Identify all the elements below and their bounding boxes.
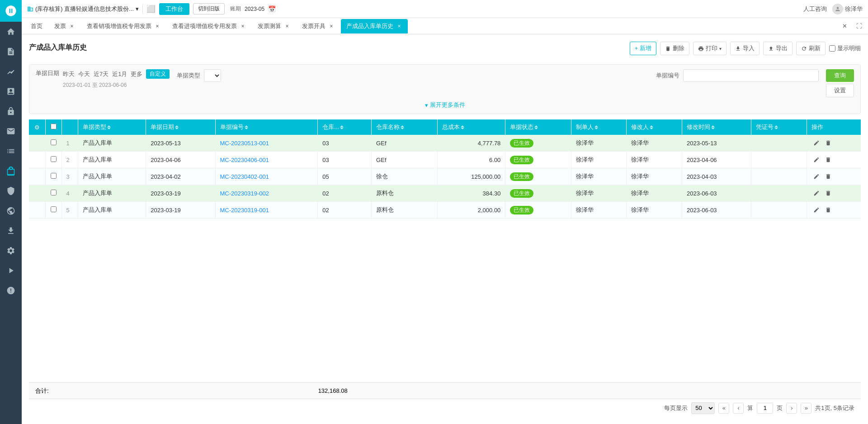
tab-invoice-calc-close[interactable]: × — [284, 23, 290, 29]
sort-docdate-icon[interactable] — [175, 125, 179, 129]
sidebar-item-stamp[interactable] — [0, 181, 22, 201]
td-whname-0: GEf — [372, 135, 437, 152]
sort-modtime-icon[interactable] — [711, 125, 715, 129]
sort-status-icon[interactable] — [534, 125, 538, 129]
filter-doctype-select[interactable] — [204, 69, 221, 82]
set-button[interactable]: 设置 — [826, 84, 854, 97]
switch-version-button[interactable]: 切到旧版 — [193, 3, 225, 14]
sort-whname-icon[interactable] — [401, 125, 404, 129]
last-page-btn[interactable]: » — [801, 403, 811, 414]
sort-doctype-icon[interactable] — [107, 125, 111, 129]
sort-docnum-icon[interactable] — [245, 125, 248, 129]
sort-cost-icon[interactable] — [461, 125, 464, 129]
sidebar-item-chart[interactable] — [0, 62, 22, 81]
doc-num-link-2[interactable]: MC-20230402-001 — [220, 173, 269, 180]
tab-invoice-calc[interactable]: 发票测算 × — [252, 19, 296, 33]
sidebar-item-play[interactable] — [0, 261, 22, 281]
first-page-btn[interactable]: « — [718, 403, 729, 414]
support-label[interactable]: 人工咨询 — [803, 5, 827, 13]
calendar-icon[interactable]: 📅 — [268, 5, 276, 13]
doc-num-link-1[interactable]: MC-20230406-001 — [220, 157, 269, 163]
maximize-tab-button[interactable]: ⛶ — [854, 21, 864, 32]
doc-num-link-3[interactable]: MC-20230319-002 — [220, 190, 269, 197]
td-modtime-2: 2023-04-03 — [682, 168, 751, 185]
new-button[interactable]: + 新增 — [630, 42, 656, 55]
filter-date-7days[interactable]: 近7天 — [94, 70, 108, 78]
filter-date-more[interactable]: 更多 — [131, 70, 142, 78]
edit-btn-2[interactable] — [811, 172, 821, 181]
sort-whcode-icon[interactable] — [340, 125, 344, 129]
tab-invoice-close[interactable]: × — [69, 23, 75, 29]
sidebar-item-download[interactable] — [0, 221, 22, 241]
doc-num-link-0[interactable]: MC-20230513-001 — [220, 140, 269, 147]
refresh-button[interactable]: 刷新 — [796, 42, 826, 55]
row-checkbox-4[interactable] — [51, 206, 57, 212]
tab-check-sales-vat[interactable]: 查看销项增值税专用发票 × — [81, 19, 166, 33]
sort-creator-icon[interactable] — [594, 125, 598, 129]
filter-date-yesterday[interactable]: 昨天 — [63, 70, 75, 78]
sidebar-item-list[interactable] — [0, 141, 22, 161]
current-page-input[interactable]: 1 — [757, 403, 773, 414]
sidebar-item-mail[interactable] — [0, 121, 22, 141]
show-detail-checkbox[interactable] — [829, 45, 835, 52]
row-checkbox-2[interactable] — [51, 173, 57, 179]
select-all-checkbox[interactable] — [51, 124, 57, 129]
filter-date-1month[interactable]: 近1月 — [112, 70, 127, 78]
document-copy-icon[interactable]: ⬜ — [146, 5, 156, 13]
tab-product-inbound[interactable]: 产成品入库单历史 × — [341, 19, 408, 33]
th-creator: 制单人 — [571, 119, 627, 135]
filter-docnum-input[interactable] — [683, 69, 819, 82]
print-button[interactable]: 打印 ▾ — [693, 42, 726, 55]
query-button[interactable]: 查询 — [826, 69, 854, 82]
tab-check-purchase-close[interactable]: × — [240, 23, 246, 29]
tab-product-inbound-close[interactable]: × — [396, 23, 402, 29]
row-checkbox-0[interactable] — [51, 139, 57, 145]
sort-modifier-icon[interactable] — [650, 125, 653, 129]
delete-btn-3[interactable] — [823, 188, 833, 198]
row-checkbox-3[interactable] — [51, 190, 57, 195]
edit-btn-0[interactable] — [811, 138, 821, 148]
tab-invoice-issue[interactable]: 发票开具 × — [297, 19, 340, 33]
row-checkbox-1[interactable] — [51, 156, 57, 162]
delete-btn-4[interactable] — [823, 205, 833, 215]
filter-date-today[interactable]: 今天 — [78, 70, 90, 78]
prev-page-btn[interactable]: ‹ — [733, 403, 744, 414]
company-selector[interactable]: (库存核算) 直播轻娱通信息技术股份... ▾ — [27, 5, 139, 13]
sidebar-item-lock[interactable] — [0, 101, 22, 121]
download-icon — [6, 226, 15, 235]
sort-voucher-icon[interactable] — [774, 125, 778, 129]
inventory-icon — [6, 167, 15, 176]
import-button[interactable]: 导入 — [730, 42, 760, 55]
sidebar-item-report[interactable] — [0, 81, 22, 101]
delete-btn-2[interactable] — [823, 172, 833, 181]
doc-num-link-4[interactable]: MC-20230319-001 — [220, 207, 269, 214]
sidebar-item-home[interactable] — [0, 22, 22, 42]
edit-btn-4[interactable] — [811, 205, 821, 215]
td-cost-4: 2,000.00 — [437, 202, 505, 219]
filter-expand-button[interactable]: ▾ 展开更多条件 — [425, 101, 465, 109]
tab-invoice[interactable]: 发票 × — [49, 19, 80, 33]
tab-home[interactable]: 首页 — [25, 19, 48, 33]
sidebar-item-doc[interactable] — [0, 42, 22, 62]
delete-btn-0[interactable] — [823, 138, 833, 148]
sidebar-item-version[interactable] — [0, 281, 22, 300]
tab-check-purchase-vat[interactable]: 查看进项增值税专用发票 × — [167, 19, 251, 33]
tab-invoice-issue-close[interactable]: × — [328, 23, 335, 29]
td-docdate-1: 2023-04-06 — [146, 152, 215, 168]
per-page-select[interactable]: 50 100 — [691, 402, 715, 414]
close-all-tabs-button[interactable]: ✕ — [839, 21, 850, 32]
table-settings-icon[interactable]: ⚙ — [34, 124, 40, 131]
sidebar-item-inventory[interactable] — [0, 161, 22, 181]
sidebar-item-settings[interactable] — [0, 241, 22, 261]
delete-btn-1[interactable] — [823, 155, 833, 165]
delete-button[interactable]: 删除 — [660, 42, 689, 55]
filter-date-custom[interactable]: 自定义 — [146, 69, 170, 79]
tab-check-sales-close[interactable]: × — [154, 23, 160, 29]
user-menu[interactable]: 徐泽华 — [832, 4, 863, 14]
sidebar-item-globe[interactable] — [0, 201, 22, 221]
edit-btn-1[interactable] — [811, 155, 821, 165]
next-page-btn[interactable]: › — [786, 403, 797, 414]
export-button[interactable]: 导出 — [763, 42, 793, 55]
edit-btn-3[interactable] — [811, 188, 821, 198]
workbench-button[interactable]: 工作台 — [159, 3, 189, 15]
